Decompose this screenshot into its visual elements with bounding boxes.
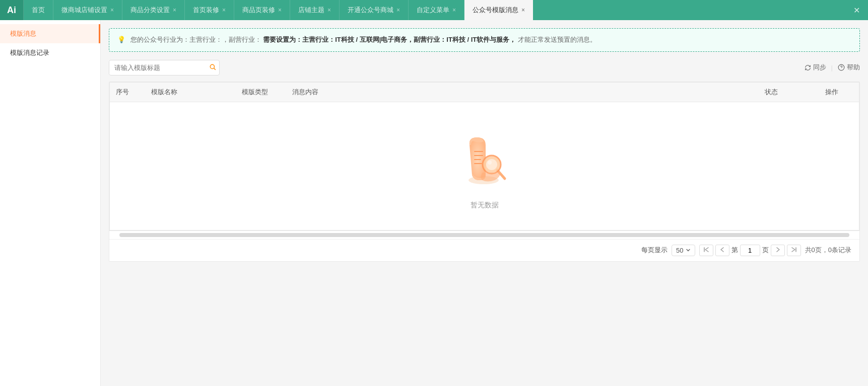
first-page-button[interactable] — [699, 245, 713, 256]
col-header-type: 模版类型 — [236, 82, 286, 102]
pagination: 每页显示 50 — [109, 239, 859, 261]
tab-close-button[interactable]: × — [452, 7, 456, 14]
notice-prefix: 您的公众号行业为：主营行业：，副营行业： — [130, 36, 261, 43]
tab-item-product-category[interactable]: 商品分类设置× — [122, 0, 185, 20]
table-header-row: 序号模版名称模版类型消息内容状态操作 — [110, 82, 859, 102]
tab-item-home[interactable]: 首页 — [24, 0, 53, 20]
page-prefix: 第 — [731, 246, 738, 255]
app-logo: Ai — [0, 0, 24, 20]
col-header-name: 模版名称 — [145, 82, 236, 102]
tab-item-custom-menu[interactable]: 自定义菜单× — [409, 0, 464, 20]
table-wrapper: 序号模版名称模版类型消息内容状态操作 — [109, 82, 860, 262]
tab-label: 商品分类设置 — [130, 6, 170, 15]
tab-close-button[interactable]: × — [222, 7, 226, 14]
tab-label: 公众号模版消息 — [473, 6, 518, 15]
col-header-seq: 序号 — [110, 82, 145, 102]
tab-label: 开通公众号商城 — [348, 6, 393, 15]
table-body: 暂无数据 — [110, 102, 859, 230]
sidebar-items-container: 模版消息模版消息记录 — [0, 24, 100, 62]
scrollbar-area — [109, 230, 859, 239]
main-layout: 模版消息模版消息记录 💡 您的公众号行业为：主营行业：，副营行业： 需要设置为：… — [0, 20, 868, 386]
empty-state: 暂无数据 — [110, 102, 859, 230]
tab-close-button[interactable]: × — [110, 7, 114, 14]
empty-state-text: 暂无数据 — [471, 201, 499, 210]
search-button[interactable] — [204, 60, 220, 75]
tab-close-button[interactable]: × — [521, 7, 525, 14]
notice-suffix: 才能正常发送预置的消息。 — [518, 36, 596, 43]
notice-icon: 💡 — [117, 36, 125, 43]
tab-close-button[interactable]: × — [327, 7, 331, 14]
notice-banner: 💡 您的公众号行业为：主营行业：，副营行业： 需要设置为：主营行业：IT科技 /… — [109, 28, 860, 52]
last-page-button[interactable] — [787, 245, 801, 256]
tab-label: 店铺主题 — [298, 6, 324, 15]
tab-close-button[interactable]: × — [396, 7, 400, 14]
tab-label: 商品页装修 — [242, 6, 275, 15]
tab-item-template-msg[interactable]: 公众号模版消息× — [464, 0, 533, 20]
help-label: 帮助 — [847, 63, 860, 72]
tab-close-button[interactable]: × — [173, 7, 176, 14]
content-area: 💡 您的公众号行业为：主营行业：，副营行业： 需要设置为：主营行业：IT科技 /… — [101, 20, 868, 386]
col-header-action: 操作 — [819, 82, 859, 102]
svg-point-12 — [488, 161, 492, 165]
tab-label: 首页装修 — [193, 6, 219, 15]
sidebar-item-template-msg-log[interactable]: 模版消息记录 — [0, 43, 100, 62]
page-size-label: 每页显示 — [641, 246, 667, 255]
horizontal-scrollbar[interactable] — [119, 233, 849, 237]
tab-item-homepage-deco[interactable]: 首页装修× — [185, 0, 234, 20]
svg-point-0 — [210, 64, 214, 68]
toolbar-right: 同步 | 帮助 — [805, 63, 860, 72]
page-navigation: 第 页 — [699, 245, 801, 256]
search-input-wrapper — [109, 60, 220, 75]
next-page-button[interactable] — [771, 245, 785, 256]
page-suffix: 页 — [762, 246, 769, 255]
sync-label: 同步 — [813, 63, 826, 72]
tab-close-button[interactable]: × — [278, 7, 282, 14]
data-table: 序号模版名称模版类型消息内容状态操作 — [109, 82, 859, 230]
tab-bar: Ai 首页微商城店铺设置×商品分类设置×首页装修×商品页装修×店铺主题×开通公众… — [0, 0, 868, 20]
svg-line-1 — [214, 68, 216, 69]
tab-label: 微商城店铺设置 — [61, 6, 107, 15]
total-info: 共0页，0条记录 — [805, 246, 851, 255]
tabs-container: 首页微商城店铺设置×商品分类设置×首页装修×商品页装修×店铺主题×开通公众号商城… — [24, 0, 533, 20]
sidebar: 模版消息模版消息记录 — [0, 20, 101, 386]
tab-item-shop-theme[interactable]: 店铺主题× — [290, 0, 340, 20]
empty-state-icon — [454, 132, 515, 193]
col-header-status: 状态 — [759, 82, 819, 102]
tab-label: 自定义菜单 — [417, 6, 449, 15]
tab-item-product-deco[interactable]: 商品页装修× — [234, 0, 290, 20]
sidebar-item-template-msg[interactable]: 模版消息 — [0, 24, 100, 43]
svg-point-11 — [486, 159, 497, 170]
col-header-content: 消息内容 — [286, 82, 759, 102]
tab-label: 首页 — [32, 6, 45, 15]
help-button[interactable]: 帮助 — [838, 63, 860, 72]
search-input[interactable] — [109, 61, 204, 74]
prev-page-button[interactable] — [715, 245, 729, 256]
page-size-value: 50 — [676, 247, 683, 254]
empty-state-row: 暂无数据 — [110, 102, 859, 230]
page-number-input[interactable] — [740, 245, 760, 256]
search-bar: 同步 | 帮助 — [109, 60, 860, 75]
tab-item-open-mall[interactable]: 开通公众号商城× — [340, 0, 409, 20]
toolbar-divider: | — [831, 64, 833, 71]
global-close-button[interactable]: ✕ — [845, 6, 868, 15]
notice-highlight: 需要设置为：主营行业：IT科技 / 互联网|电子商务，副营行业：IT科技 / I… — [263, 36, 516, 43]
sync-button[interactable]: 同步 — [805, 63, 826, 72]
page-size-selector[interactable]: 50 — [672, 245, 695, 256]
tab-item-wshop[interactable]: 微商城店铺设置× — [53, 0, 122, 20]
